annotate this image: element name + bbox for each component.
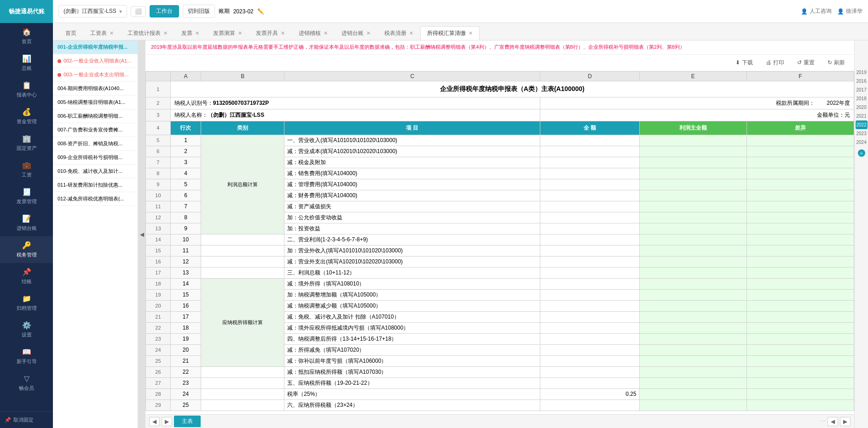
service-link[interactable]: 👤 人工咨询 — [801, 7, 832, 15]
category-cell-15[interactable] — [201, 245, 284, 256]
workbench-button[interactable]: 工作台 — [150, 5, 179, 17]
cell-F-28[interactable] — [746, 388, 854, 399]
scroll-left-button[interactable]: ◀ — [827, 417, 838, 426]
cell-A-21[interactable]: 17 — [170, 311, 201, 322]
cell-A-13[interactable]: 9 — [170, 223, 201, 234]
category-cell-27[interactable] — [201, 377, 284, 388]
sidebar-item-salary[interactable]: 💼 工资 — [0, 156, 53, 183]
sidebar-item-ledger[interactable]: 📊 总账 — [0, 50, 53, 76]
cell-D-20[interactable] — [540, 300, 639, 311]
tab-invoice-calc[interactable]: 发票测算 ✕ — [206, 26, 249, 40]
company-selector[interactable]: (勿删）江西服宝-LSS ▾ — [58, 5, 127, 17]
cell-C-20[interactable]: 减：纳税调整减少额（填写A105000） — [284, 300, 540, 311]
cell-F-16[interactable] — [746, 256, 854, 267]
category-cell-17[interactable] — [201, 267, 284, 278]
cell-D-8[interactable] — [540, 168, 639, 179]
cell-A-8[interactable]: 4 — [170, 168, 201, 179]
cell-F-7[interactable] — [746, 157, 854, 168]
cell-A-25[interactable]: 21 — [170, 355, 201, 366]
list-item-006[interactable]: 006-职工薪酬纳税调整明细... — [53, 109, 138, 123]
cell-D-5[interactable] — [540, 135, 639, 146]
cell-A-27[interactable]: 23 — [170, 377, 201, 388]
cell-E-14[interactable] — [639, 234, 746, 245]
cell-C-5[interactable]: 一、营业收入(填写A101010\101020\103000) — [284, 135, 540, 146]
cell-E-19[interactable] — [639, 289, 746, 300]
sidebar-item-settings[interactable]: ⚙️ 设置 — [0, 316, 53, 343]
list-item-005[interactable]: 005-纳税调整项目明细表(A1... — [53, 96, 138, 109]
category-cell-14[interactable] — [201, 234, 284, 245]
cell-D-18[interactable] — [540, 278, 639, 289]
list-item-002[interactable]: 002-一般企业收入明细表(A1... — [53, 54, 138, 68]
sidebar-item-settle[interactable]: 📌 结账 — [0, 263, 53, 290]
cell-D-28[interactable]: 0.25 — [540, 388, 639, 399]
cell-D-14[interactable] — [540, 234, 639, 245]
cell-C-11[interactable]: 减：资产减值损失 — [284, 201, 540, 212]
tab-income-tax-close[interactable]: ✕ — [469, 30, 473, 36]
cell-C-25[interactable]: 减：弥补以前年度亏损（填写A106000） — [284, 355, 540, 366]
sidebar-item-member[interactable]: ▽ 畅会员 — [0, 370, 53, 396]
cell-F-20[interactable] — [746, 300, 854, 311]
cell-C-22[interactable]: 减：境外应税所得抵减境内亏损（填写A108000） — [284, 322, 540, 333]
cell-E-28[interactable] — [639, 388, 746, 399]
cell-D-23[interactable] — [540, 333, 639, 344]
cell-F-29[interactable] — [746, 399, 854, 411]
edit-period-icon[interactable]: ✏️ — [257, 8, 264, 15]
cell-E-12[interactable] — [639, 212, 746, 223]
sidebar-item-invoice[interactable]: 🧾 发票管理 — [0, 183, 53, 210]
cell-F-21[interactable] — [746, 311, 854, 322]
timeline-expand-button[interactable]: » — [858, 149, 865, 157]
cell-E-26[interactable] — [639, 366, 746, 377]
tab-sales-account-close[interactable]: ✕ — [366, 30, 370, 36]
cell-F-18[interactable] — [746, 278, 854, 289]
cell-A-11[interactable]: 7 — [170, 201, 201, 212]
copy-button[interactable]: ⬜ — [131, 6, 146, 17]
cell-E-22[interactable] — [639, 322, 746, 333]
cell-A-20[interactable]: 16 — [170, 300, 201, 311]
timeline-year-2016[interactable]: 2016 — [856, 77, 868, 86]
list-item-009[interactable]: 009-企业所得税补亏损明细... — [53, 151, 138, 165]
cell-E-6[interactable] — [639, 146, 746, 157]
cell-D-17[interactable] — [540, 267, 639, 278]
nav-left-arrow[interactable]: ◀ — [149, 417, 160, 426]
nav-right-arrow[interactable]: ▶ — [162, 417, 172, 426]
cell-C-17[interactable]: 三、利润总额（10+11-12） — [284, 267, 540, 278]
list-item-008[interactable]: 008-资产折旧、摊销及纳税... — [53, 137, 138, 151]
cell-F-5[interactable] — [746, 135, 854, 146]
cell-E-16[interactable] — [639, 256, 746, 267]
cell-A-17[interactable]: 13 — [170, 267, 201, 278]
cell-C-10[interactable]: 减：财务费用(填写A104000) — [284, 190, 540, 201]
cell-F-25[interactable] — [746, 355, 854, 366]
cell-A-12[interactable]: 8 — [170, 212, 201, 223]
timeline-year-2023[interactable]: 2023 — [856, 129, 868, 138]
cell-F-26[interactable] — [746, 366, 854, 377]
timeline-year-2020[interactable]: 2020 — [856, 103, 868, 112]
cell-F-15[interactable] — [746, 245, 854, 256]
cell-A-29[interactable]: 25 — [170, 399, 201, 411]
sidebar-item-fund[interactable]: 💰 资金管理 — [0, 103, 53, 130]
cell-F-17[interactable] — [746, 267, 854, 278]
timeline-year-2019[interactable]: 2019 — [856, 68, 868, 77]
cell-A-10[interactable]: 6 — [170, 190, 201, 201]
tab-salary-stat-close[interactable]: ✕ — [163, 30, 168, 36]
cell-C-16[interactable]: 减：营业外支出(填写A102010\102020\103000) — [284, 256, 540, 267]
cell-A-28[interactable]: 24 — [170, 388, 201, 399]
cell-C-21[interactable]: 减：免税、减计收入及加计 扣除（A107010） — [284, 311, 540, 322]
tab-invoice-close[interactable]: ✕ — [195, 30, 199, 36]
cell-C-29[interactable]: 六、应纳所得税额（23×24） — [284, 399, 540, 411]
cell-C-24[interactable]: 减：所得减免（填写A107020） — [284, 344, 540, 355]
cell-F-19[interactable] — [746, 289, 854, 300]
cell-D-24[interactable] — [540, 344, 639, 355]
cell-D-29[interactable] — [540, 399, 639, 411]
reset-button[interactable]: ↺ 重置 — [793, 57, 818, 68]
cell-A-9[interactable]: 5 — [170, 179, 201, 190]
tab-invoice-open[interactable]: 发票开具 ✕ — [249, 26, 292, 40]
user-profile[interactable]: 👤 徐泽华 — [837, 7, 862, 15]
cell-D-12[interactable] — [540, 212, 639, 223]
bottom-tab-main[interactable]: 主表 — [174, 416, 201, 427]
cell-A-6[interactable]: 2 — [170, 146, 201, 157]
sidebar-item-guide[interactable]: 📖 新手引导 — [0, 343, 53, 370]
cell-E-13[interactable] — [639, 223, 746, 234]
cell-E-18[interactable] — [639, 278, 746, 289]
tab-salary[interactable]: 工资表 ✕ — [83, 26, 121, 40]
timeline-year-2021[interactable]: 2021 — [856, 112, 868, 120]
